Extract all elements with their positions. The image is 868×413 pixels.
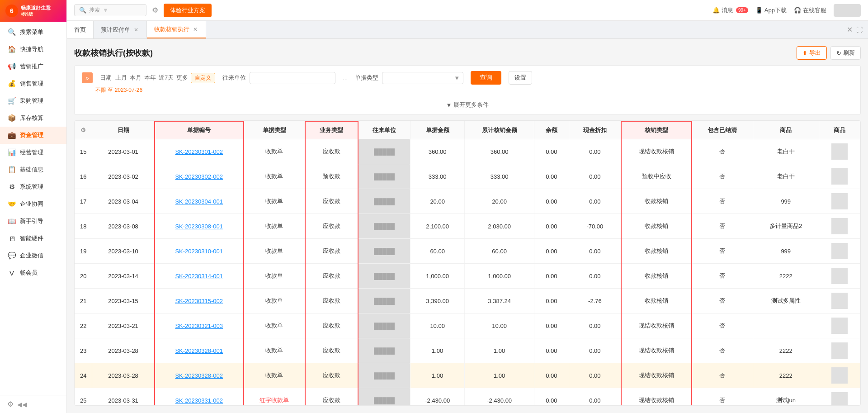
td-date: 2023-03-02 bbox=[92, 164, 155, 189]
td-include-clear: 否 bbox=[692, 164, 753, 189]
user-avatar[interactable] bbox=[834, 4, 861, 17]
bill-no-link[interactable]: SK-20230302-002 bbox=[175, 173, 223, 180]
date-shortcuts: 上月 本月 本年 近7天 更多 自定义 bbox=[115, 73, 215, 83]
sidebar-item-system[interactable]: ⚙ 系统管理 bbox=[0, 178, 66, 195]
sidebar-item-finance[interactable]: 💼 资金管理 bbox=[0, 127, 66, 144]
settings-gear-icon[interactable]: ⚙ bbox=[80, 127, 86, 133]
export-button[interactable]: ⬆ 导出 bbox=[797, 46, 827, 60]
td-product2 bbox=[819, 139, 860, 164]
bill-no-link[interactable]: SK-20230328-001 bbox=[175, 347, 223, 354]
collapse-icon[interactable]: ◀◀ bbox=[17, 401, 27, 408]
settings-icon[interactable]: ⚙ bbox=[7, 400, 14, 408]
th-balance: 余额 bbox=[534, 121, 569, 139]
td-partner: █████ bbox=[358, 388, 410, 406]
td-discount: 0.00 bbox=[569, 388, 621, 406]
tab-cancel[interactable]: 收款核销执行 ✕ bbox=[147, 21, 206, 38]
date-this-year[interactable]: 本年 bbox=[144, 74, 156, 82]
date-more[interactable]: 更多 bbox=[176, 74, 188, 82]
table-row: 20 2023-03-14 SK-20230314-001 收款单 应收款 ██… bbox=[75, 264, 860, 289]
search-icon: 🔍 bbox=[79, 7, 86, 14]
td-product: 999 bbox=[753, 239, 819, 264]
sidebar-item-search[interactable]: 🔍 搜索菜单 bbox=[0, 24, 66, 41]
sidebar-item-inventory[interactable]: 📦 库存核算 bbox=[0, 109, 66, 127]
notification-button[interactable]: 🔔 消息 99+ bbox=[712, 6, 748, 14]
td-bill-type: 收款单 bbox=[244, 214, 305, 239]
sidebar-item-marketing[interactable]: 📢 营销推广 bbox=[0, 58, 66, 75]
date-custom[interactable]: 自定义 bbox=[191, 73, 215, 83]
expand-more-button[interactable]: ▼ 展开更多条件 bbox=[82, 98, 853, 109]
bill-no-link[interactable]: SK-20230301-002 bbox=[175, 148, 223, 155]
td-biz-type: 应收款 bbox=[305, 388, 358, 406]
collapse-filter-button[interactable]: » bbox=[82, 72, 93, 83]
td-partner: █████ bbox=[358, 289, 410, 313]
sidebar-item-hardware[interactable]: 🖥 智能硬件 bbox=[0, 230, 66, 247]
tab-window-close[interactable]: ✕ bbox=[847, 25, 853, 34]
td-include-clear: 否 bbox=[692, 313, 753, 338]
td-rownum: 21 bbox=[75, 289, 92, 313]
td-include-clear: 否 bbox=[692, 264, 753, 289]
td-bill-type: 收款单 bbox=[244, 313, 305, 338]
refresh-button[interactable]: ↻ 刷新 bbox=[830, 46, 861, 60]
bill-no-link[interactable]: SK-20230310-001 bbox=[175, 248, 223, 255]
bill-no-link[interactable]: SK-20230321-003 bbox=[175, 323, 223, 329]
date-7days[interactable]: 近7天 bbox=[159, 74, 174, 82]
date-this-month[interactable]: 本月 bbox=[130, 74, 142, 82]
tab-prepay[interactable]: 预计应付单 ✕ bbox=[94, 21, 147, 38]
sidebar-item-member[interactable]: V 畅会员 bbox=[0, 264, 66, 281]
bill-no-link[interactable]: SK-20230331-002 bbox=[175, 397, 223, 404]
sidebar-item-basic[interactable]: 📋 基础信息 bbox=[0, 161, 66, 178]
td-rownum: 19 bbox=[75, 239, 92, 264]
td-product2 bbox=[819, 289, 860, 313]
enterprise-label: 企业协同 bbox=[20, 200, 43, 208]
td-product2 bbox=[819, 363, 860, 388]
prepay-tab-close[interactable]: ✕ bbox=[133, 26, 139, 34]
sidebar-item-guide[interactable]: 📖 新手引导 bbox=[0, 213, 66, 230]
header-icons: 🔔 消息 99+ 📱 App下载 🎧 在线客服 bbox=[712, 4, 861, 17]
sidebar-item-wechat[interactable]: 💬 企业微信 bbox=[0, 247, 66, 264]
tab-fullscreen[interactable]: ⛶ bbox=[856, 26, 863, 33]
date-last-month[interactable]: 上月 bbox=[115, 74, 127, 82]
app-download-button[interactable]: 📱 App下载 bbox=[755, 6, 787, 14]
experience-button[interactable]: 体验行业方案 bbox=[164, 4, 212, 17]
td-product: 测试jun bbox=[753, 388, 819, 406]
td-balance: 0.00 bbox=[534, 388, 569, 406]
sidebar-item-operations[interactable]: 📊 经营管理 bbox=[0, 144, 66, 161]
td-date: 2023-03-04 bbox=[92, 189, 155, 214]
sidebar-item-enterprise[interactable]: 🤝 企业协同 bbox=[0, 195, 66, 213]
tab-home[interactable]: 首页 bbox=[67, 21, 94, 38]
customer-input[interactable] bbox=[250, 72, 335, 84]
td-product: 999 bbox=[753, 189, 819, 214]
online-service-button[interactable]: 🎧 在线客服 bbox=[794, 6, 826, 14]
search-icon: 🔍 bbox=[7, 28, 16, 36]
table-row: 22 2023-03-21 SK-20230321-003 收款单 应收款 ██… bbox=[75, 313, 860, 338]
td-amount: 360.00 bbox=[410, 139, 465, 164]
td-bill-no: SK-20230308-001 bbox=[155, 214, 244, 239]
system-label: 系统管理 bbox=[20, 183, 43, 191]
sidebar-item-purchase[interactable]: 🛒 采购管理 bbox=[0, 92, 66, 109]
th-settings[interactable]: ⚙ bbox=[75, 121, 92, 139]
export-icon: ⬆ bbox=[802, 50, 807, 57]
td-product: 多计量商品2 bbox=[753, 214, 819, 239]
sidebar-item-quicknav[interactable]: 🏠 快捷导航 bbox=[0, 41, 66, 58]
sidebar-item-sales[interactable]: 💰 销售管理 bbox=[0, 75, 66, 92]
top-header: 🔍 搜索 ▼ ⚙ 体验行业方案 🔔 消息 99+ 📱 App下载 🎧 在线客服 bbox=[67, 0, 868, 21]
filter-settings-button[interactable]: 设置 bbox=[509, 71, 532, 85]
sales-icon: 💰 bbox=[7, 80, 16, 88]
query-button[interactable]: 查询 bbox=[471, 71, 501, 85]
bill-no-link[interactable]: SK-20230315-002 bbox=[175, 298, 223, 304]
bill-no-link[interactable]: SK-20230304-001 bbox=[175, 198, 223, 205]
bill-type-select[interactable] bbox=[382, 72, 463, 84]
bill-no-link[interactable]: SK-20230328-002 bbox=[175, 372, 223, 379]
phone-icon: 📱 bbox=[755, 7, 763, 14]
bill-no-link[interactable]: SK-20230314-001 bbox=[175, 273, 223, 280]
td-cancel-type: 现结收款核销 bbox=[621, 139, 692, 164]
header-search[interactable]: 🔍 搜索 ▼ bbox=[74, 4, 146, 16]
filter-panel: » 日期 上月 本月 本年 近7天 更多 自定义 往来单位 bbox=[74, 65, 861, 115]
td-include-clear: 否 bbox=[692, 338, 753, 363]
page-actions: ⬆ 导出 ↻ 刷新 bbox=[797, 46, 861, 60]
gear-icon[interactable]: ⚙ bbox=[152, 6, 158, 14]
td-cancel-amount: 1.00 bbox=[465, 363, 534, 388]
cancel-tab-close[interactable]: ✕ bbox=[192, 25, 198, 33]
filter-separator: ... bbox=[343, 75, 348, 81]
bill-no-link[interactable]: SK-20230308-001 bbox=[175, 223, 223, 230]
